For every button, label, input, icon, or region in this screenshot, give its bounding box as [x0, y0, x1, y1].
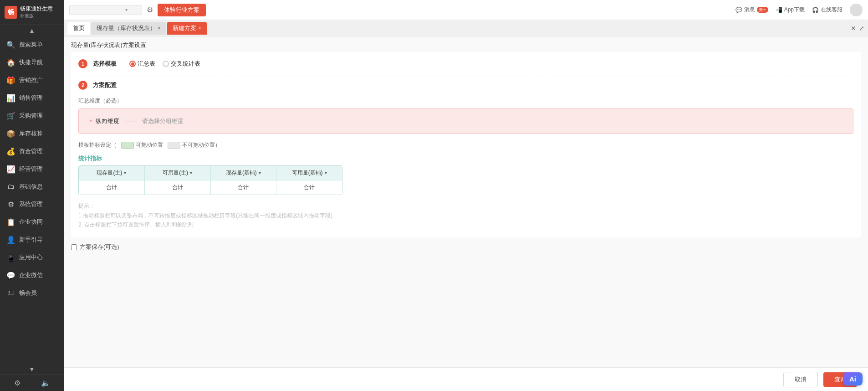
sidebar-item-sales[interactable]: 📊 销售管理	[0, 89, 64, 107]
stats-col-header-3: 可用量(基辅) ▾	[276, 166, 342, 180]
save-checkbox-input[interactable]	[71, 244, 77, 250]
stats-title: 统计指标	[78, 154, 853, 163]
sidebar-item-enterprise[interactable]: 📋 企业协同	[0, 213, 64, 231]
stats-body-cell-1: 合计	[145, 180, 210, 195]
search-dropdown-arrow[interactable]: ▾	[125, 7, 128, 12]
page-title: 现存量(库存状况表)方案设置	[71, 41, 146, 48]
sidebar-item-label: 经营管理	[19, 165, 43, 173]
dimension-dash: ——	[125, 118, 137, 125]
tips-header: 提示：	[78, 202, 853, 210]
sidebar-scroll-up-btn[interactable]: ▲	[0, 25, 64, 36]
indicator-draggable: 可拖动位置	[121, 141, 163, 149]
step2-badge: 2	[78, 81, 87, 90]
sidebar-item-newbie[interactable]: 👤 新手引导	[0, 231, 64, 249]
home-icon: 🏠	[6, 58, 15, 67]
search-input[interactable]	[73, 7, 123, 13]
headset-icon: 🎧	[812, 7, 819, 13]
stats-body-cell-0: 合计	[79, 180, 144, 195]
sidebar-item-basics[interactable]: 🗂 基础信息	[0, 178, 64, 196]
stats-body-cell-3: 合计	[276, 180, 342, 195]
radio-cross[interactable]: 交叉统计表	[163, 60, 200, 68]
stats-col-dropdown-1[interactable]: ▾	[190, 170, 192, 175]
sidebar-item-system[interactable]: ⚙ 系统管理	[0, 196, 64, 213]
tab-new-scheme-label: 新建方案	[173, 24, 196, 32]
stats-table-body: 合计 合计 合计 合计	[79, 180, 342, 195]
sidebar-item-label: 企业协同	[19, 218, 43, 226]
step2-title: 方案配置	[93, 81, 117, 89]
header-right: 💬 消息 99+ 📲 App下载 🎧 在线客服	[735, 4, 863, 16]
tab-inventory-label: 现存量（库存状况表）	[97, 24, 156, 32]
search-icon: 🔍	[6, 41, 15, 49]
sidebar-item-label: 搜索菜单	[19, 41, 43, 49]
sidebar-bottom: ⚙ 🔈	[0, 375, 64, 391]
gear-button[interactable]: ⚙	[147, 5, 153, 14]
window-close-btn[interactable]: ✕	[851, 25, 856, 32]
speaker-bottom-btn[interactable]: 🔈	[41, 379, 50, 387]
template-indicators-prefix: 模板指标设定（	[78, 141, 117, 149]
tab-new-scheme-close-btn[interactable]: ×	[198, 25, 201, 31]
sidebar-item-wechat[interactable]: 💬 企业微信	[0, 267, 64, 284]
tips-section: 提示： 1.拖动标题栏可以调整布局，不可跨维度或指标区域拖动栏目字段(只能在同一…	[78, 202, 853, 229]
sidebar-item-operations[interactable]: 📈 经营管理	[0, 160, 64, 178]
stats-col-0: 现存量(主) ▾	[79, 166, 145, 180]
dimension-placeholder[interactable]: 请选择分组维度	[142, 117, 184, 125]
save-checkbox-label[interactable]: 方案保存(可选)	[71, 243, 119, 251]
tab-new-scheme[interactable]: 新建方案 ×	[167, 22, 207, 35]
tab-inventory-status[interactable]: 现存量（库存状况表） ×	[91, 22, 166, 35]
tab-home-label: 首页	[73, 24, 85, 32]
analytics-icon: 📈	[6, 165, 15, 174]
step1-badge: 1	[78, 59, 87, 68]
dimension-config-label: 汇总维度（必选）	[78, 97, 853, 105]
dimension-required-star: *	[90, 118, 92, 125]
stats-body-col-1: 合计	[145, 180, 211, 195]
radio-summary[interactable]: 汇总表	[129, 60, 155, 68]
sidebar-item-quicknav[interactable]: 🏠 快捷导航	[0, 54, 64, 72]
ai-fab-button[interactable]: Ai	[843, 372, 863, 386]
messages-label: 消息	[744, 6, 755, 14]
stats-col-dropdown-2[interactable]: ▾	[259, 170, 261, 175]
top-header: ▾ ⚙ 体验行业方案 💬 消息 99+ 📲 App下载 🎧 在线客服	[64, 0, 868, 20]
sidebar-item-membership[interactable]: 🏷 畅会员	[0, 284, 64, 302]
cancel-button[interactable]: 取消	[783, 372, 818, 387]
sidebar-item-label: 销售管理	[19, 94, 43, 102]
window-controls: ✕ ⤢	[851, 25, 864, 32]
cart-icon: 🛒	[6, 112, 15, 120]
sidebar-item-search[interactable]: 🔍 搜索菜单	[0, 36, 64, 54]
search-area[interactable]: ▾	[69, 5, 142, 15]
online-service-item[interactable]: 🎧 在线客服	[812, 6, 842, 14]
nondraggable-label: 不可拖动位置）	[182, 141, 220, 149]
tab-inventory-close-btn[interactable]: ×	[158, 25, 161, 31]
message-icon: 💬	[735, 7, 742, 13]
scheme-config: 汇总维度（必选） * 纵向维度 —— 请选择分组维度 模板指标设定（ 可拖	[78, 97, 853, 229]
stats-col-3: 可用量(基辅) ▾	[276, 166, 342, 180]
sidebar-item-marketing[interactable]: 🎁 营销推广	[0, 72, 64, 89]
stats-col-dropdown-3[interactable]: ▾	[325, 170, 327, 175]
tab-home[interactable]: 首页	[67, 22, 90, 35]
tip-item-0: 1.拖动标题栏可以调整布局，不可跨维度或指标区域拖动栏目字段(只能在同一维度或指…	[78, 212, 853, 220]
sidebar-item-finance[interactable]: 💰 资金管理	[0, 143, 64, 160]
sidebar-item-inventory[interactable]: 📦 库存核算	[0, 125, 64, 143]
sidebar-item-label: 基础信息	[19, 183, 43, 191]
radio-dot-cross	[163, 61, 169, 67]
radio-summary-label: 汇总表	[138, 60, 155, 68]
settings-bottom-btn[interactable]: ⚙	[14, 379, 20, 387]
sidebar-item-label: 库存核算	[19, 129, 43, 138]
messages-item[interactable]: 💬 消息 99+	[735, 6, 768, 14]
money-icon: 💰	[6, 147, 15, 156]
sidebar-item-apps[interactable]: 📱 应用中心	[0, 249, 64, 267]
sidebar-item-label: 快捷导航	[19, 58, 43, 67]
stats-col-dropdown-0[interactable]: ▾	[124, 170, 126, 175]
window-expand-btn[interactable]: ⤢	[859, 25, 864, 32]
app-name: 畅康通好生意	[20, 5, 53, 13]
user-avatar[interactable]	[850, 4, 863, 16]
sidebar-scroll-down-btn[interactable]: ▼	[0, 364, 64, 375]
messages-badge: 99+	[757, 7, 768, 13]
sidebar-nav: 🔍 搜索菜单 🏠 快捷导航 🎁 营销推广 📊 销售管理 🛒 采购管理 📦 库存核…	[0, 36, 64, 364]
vertical-dimension-label: 纵向维度	[96, 117, 119, 125]
app-download-item[interactable]: 📲 App下载	[776, 6, 805, 14]
app-edition: 标准版	[20, 13, 53, 19]
trial-industry-button[interactable]: 体验行业方案	[158, 4, 206, 16]
chat-icon: 💬	[6, 271, 15, 280]
sidebar-item-purchase[interactable]: 🛒 采购管理	[0, 107, 64, 125]
gift-icon: 🎁	[6, 76, 15, 85]
